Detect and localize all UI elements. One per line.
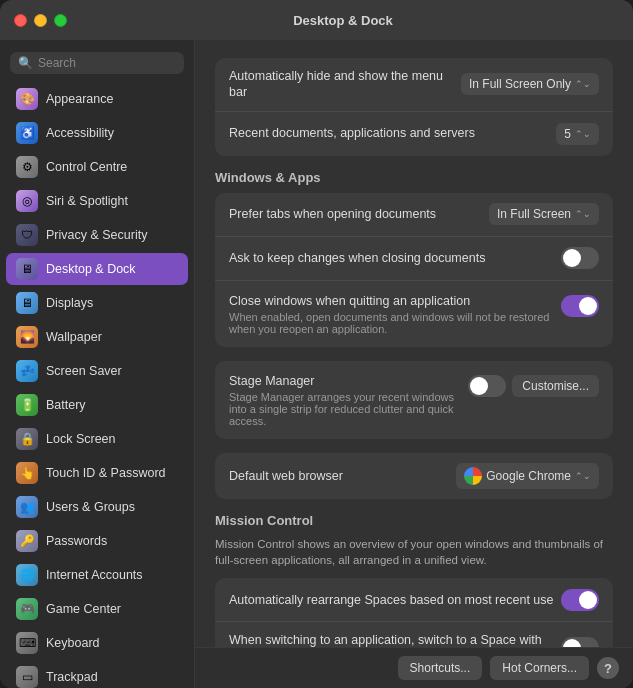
search-box[interactable]: 🔍 Search <box>10 52 184 74</box>
keep-changes-toggle[interactable] <box>561 247 599 269</box>
windows-apps-title: Windows & Apps <box>215 170 613 185</box>
general-settings-group: Automatically hide and show the menu bar… <box>215 58 613 156</box>
customize-button[interactable]: Customise... <box>512 375 599 397</box>
search-container: 🔍 Search <box>0 48 194 82</box>
sidebar-label-screen-saver: Screen Saver <box>46 364 122 378</box>
close-windows-control[interactable] <box>561 295 599 317</box>
sidebar-label-accessibility: Accessibility <box>46 126 114 140</box>
sidebar-item-appearance[interactable]: 🎨 Appearance <box>6 83 188 115</box>
sidebar-item-users-groups[interactable]: 👥 Users & Groups <box>6 491 188 523</box>
sidebar-label-control-centre: Control Centre <box>46 160 127 174</box>
mission-control-description: Mission Control shows an overview of you… <box>215 536 613 568</box>
toggle-thumb-5 <box>563 639 581 647</box>
sidebar-item-privacy[interactable]: 🛡 Privacy & Security <box>6 219 188 251</box>
toggle-thumb-3 <box>470 377 488 395</box>
wallpaper-icon: 🌄 <box>16 326 38 348</box>
recent-docs-control[interactable]: 5 ⌃⌄ <box>556 123 599 145</box>
displays-icon: 🖥 <box>16 292 38 314</box>
sidebar-item-trackpad[interactable]: ▭ Trackpad <box>6 661 188 688</box>
switch-space-label: When switching to an application, switch… <box>229 632 561 647</box>
sidebar-label-siri: Siri & Spotlight <box>46 194 128 208</box>
default-browser-group: Default web browser Google Chrome ⌃⌄ <box>215 453 613 499</box>
main-content: Automatically hide and show the menu bar… <box>195 40 633 647</box>
sidebar-label-appearance: Appearance <box>46 92 113 106</box>
sidebar-label-trackpad: Trackpad <box>46 670 98 684</box>
accessibility-icon: ♿ <box>16 122 38 144</box>
switch-space-row: When switching to an application, switch… <box>215 622 613 647</box>
lock-screen-icon: 🔒 <box>16 428 38 450</box>
menu-bar-label: Automatically hide and show the menu bar <box>229 68 461 101</box>
sidebar-item-keyboard[interactable]: ⌨ Keyboard <box>6 627 188 659</box>
sidebar-item-battery[interactable]: 🔋 Battery <box>6 389 188 421</box>
sidebar-item-screen-saver[interactable]: 💤 Screen Saver <box>6 355 188 387</box>
sidebar-item-wallpaper[interactable]: 🌄 Wallpaper <box>6 321 188 353</box>
chevron-up-down-icon: ⌃⌄ <box>575 79 591 89</box>
sidebar-item-touch-id[interactable]: 👆 Touch ID & Password <box>6 457 188 489</box>
internet-accounts-icon: 🌐 <box>16 564 38 586</box>
window-title: Desktop & Dock <box>67 13 619 28</box>
close-windows-toggle[interactable] <box>561 295 599 317</box>
hot-corners-button[interactable]: Hot Corners... <box>490 656 589 680</box>
keep-changes-row: Ask to keep changes when closing documen… <box>215 237 613 281</box>
auto-rearrange-row: Automatically rearrange Spaces based on … <box>215 578 613 622</box>
close-windows-sublabel: When enabled, open documents and windows… <box>229 311 561 335</box>
default-browser-control[interactable]: Google Chrome ⌃⌄ <box>456 463 599 489</box>
default-browser-value: Google Chrome <box>486 469 571 483</box>
search-input[interactable]: Search <box>38 56 76 70</box>
sidebar-item-passwords[interactable]: 🔑 Passwords <box>6 525 188 557</box>
sidebar-item-control-centre[interactable]: ⚙ Control Centre <box>6 151 188 183</box>
sidebar-item-siri[interactable]: ◎ Siri & Spotlight <box>6 185 188 217</box>
sidebar-item-lock-screen[interactable]: 🔒 Lock Screen <box>6 423 188 455</box>
prefer-tabs-row: Prefer tabs when opening documents In Fu… <box>215 193 613 237</box>
search-icon: 🔍 <box>18 56 33 70</box>
recent-docs-value: 5 <box>564 127 571 141</box>
default-browser-dropdown[interactable]: Google Chrome ⌃⌄ <box>456 463 599 489</box>
stage-manager-control[interactable]: Customise... <box>468 375 599 397</box>
siri-icon: ◎ <box>16 190 38 212</box>
prefer-tabs-dropdown[interactable]: In Full Screen ⌃⌄ <box>489 203 599 225</box>
keep-changes-control[interactable] <box>561 247 599 269</box>
fullscreen-button[interactable] <box>54 14 67 27</box>
menu-bar-value: In Full Screen Only <box>469 77 571 91</box>
sidebar-item-game-center[interactable]: 🎮 Game Center <box>6 593 188 625</box>
sidebar-item-internet-accounts[interactable]: 🌐 Internet Accounts <box>6 559 188 591</box>
sidebar-item-displays[interactable]: 🖥 Displays <box>6 287 188 319</box>
sidebar-item-desktop-dock[interactable]: 🖥 Desktop & Dock <box>6 253 188 285</box>
shortcuts-button[interactable]: Shortcuts... <box>398 656 483 680</box>
prefer-tabs-value: In Full Screen <box>497 207 571 221</box>
auto-rearrange-control[interactable] <box>561 589 599 611</box>
privacy-icon: 🛡 <box>16 224 38 246</box>
prefer-tabs-control[interactable]: In Full Screen ⌃⌄ <box>489 203 599 225</box>
minimize-button[interactable] <box>34 14 47 27</box>
sidebar-label-passwords: Passwords <box>46 534 107 548</box>
help-button[interactable]: ? <box>597 657 619 679</box>
mission-control-group: Automatically rearrange Spaces based on … <box>215 578 613 647</box>
auto-rearrange-label: Automatically rearrange Spaces based on … <box>229 592 561 608</box>
control-centre-icon: ⚙ <box>16 156 38 178</box>
game-center-icon: 🎮 <box>16 598 38 620</box>
sidebar-label-privacy: Privacy & Security <box>46 228 147 242</box>
titlebar: Desktop & Dock <box>0 0 633 40</box>
default-browser-label: Default web browser <box>229 468 456 484</box>
sidebar-label-displays: Displays <box>46 296 93 310</box>
prefer-tabs-label: Prefer tabs when opening documents <box>229 206 489 222</box>
close-windows-row: Close windows when quitting an applicati… <box>215 281 613 347</box>
stage-manager-toggle[interactable] <box>468 375 506 397</box>
recent-docs-dropdown[interactable]: 5 ⌃⌄ <box>556 123 599 145</box>
keep-changes-label: Ask to keep changes when closing documen… <box>229 250 561 266</box>
stage-manager-sublabel: Stage Manager arranges your recent windo… <box>229 391 468 427</box>
sidebar-item-accessibility[interactable]: ♿ Accessibility <box>6 117 188 149</box>
windows-apps-group: Prefer tabs when opening documents In Fu… <box>215 193 613 347</box>
menu-bar-control[interactable]: In Full Screen Only ⌃⌄ <box>461 73 599 95</box>
sidebar-label-game-center: Game Center <box>46 602 121 616</box>
sidebar-label-internet-accounts: Internet Accounts <box>46 568 143 582</box>
close-button[interactable] <box>14 14 27 27</box>
appearance-icon: 🎨 <box>16 88 38 110</box>
toggle-thumb-4 <box>579 591 597 609</box>
users-groups-icon: 👥 <box>16 496 38 518</box>
switch-space-control[interactable] <box>561 637 599 647</box>
sidebar-label-battery: Battery <box>46 398 86 412</box>
switch-space-toggle[interactable] <box>561 637 599 647</box>
auto-rearrange-toggle[interactable] <box>561 589 599 611</box>
menu-bar-dropdown[interactable]: In Full Screen Only ⌃⌄ <box>461 73 599 95</box>
